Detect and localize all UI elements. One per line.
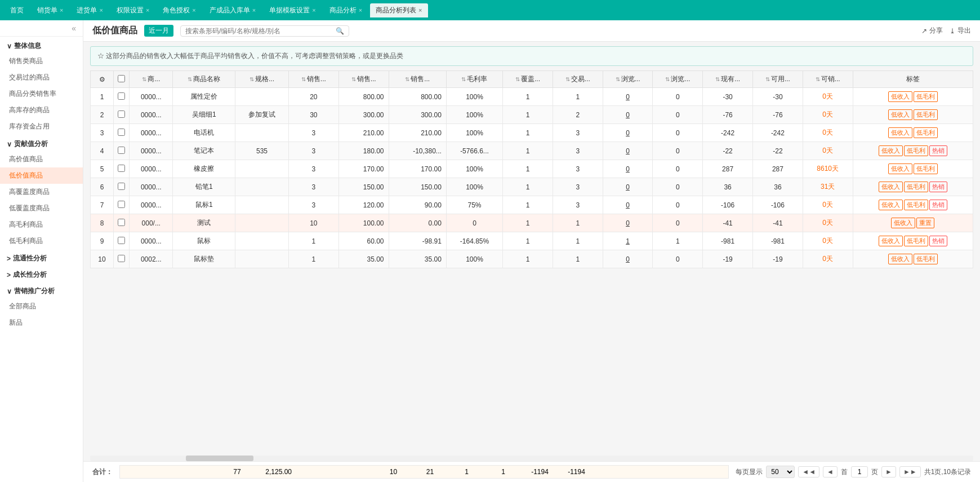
browse-link[interactable]: 1 (626, 237, 630, 245)
browse-link[interactable]: 0 (626, 255, 630, 263)
col-sellable-header[interactable]: ⇅可销... (803, 71, 853, 88)
sidebar-item-high-stock[interactable]: 高库存的商品 (0, 102, 83, 118)
close-icon[interactable]: × (60, 7, 63, 14)
product-browse[interactable]: 0 (603, 196, 653, 214)
export-button[interactable]: ⤓ 导出 (950, 26, 971, 36)
sidebar-item-category-sales[interactable]: 商品分类销售率 (0, 86, 83, 102)
sidebar-item-high-value[interactable]: 高价值商品 (0, 151, 83, 167)
product-browse[interactable]: 0 (603, 178, 653, 196)
row-checkbox-cell[interactable] (114, 178, 130, 196)
sidebar-group-liquidity[interactable]: > 流通性分析 (0, 249, 83, 266)
col-avg-sales-header[interactable]: ⇅销售... (389, 71, 446, 88)
sidebar-item-stock-fund[interactable]: 库存资金占用 (0, 118, 83, 135)
prev-page-button[interactable]: ◄ (823, 466, 838, 477)
row-checkbox[interactable] (118, 201, 125, 208)
product-browse[interactable]: 0 (603, 250, 653, 268)
nav-role-auth[interactable]: 角色授权 × (157, 3, 201, 17)
row-checkbox-cell[interactable] (114, 250, 130, 268)
select-all-checkbox[interactable] (118, 75, 125, 82)
row-checkbox[interactable] (118, 165, 125, 172)
close-icon[interactable]: × (99, 7, 103, 14)
filter-tag-recent-month[interactable]: 近一月 (144, 25, 173, 37)
row-checkbox[interactable] (118, 237, 125, 244)
sidebar-group-marketing[interactable]: ∨ 营销推广分析 (0, 282, 83, 298)
last-page-button[interactable]: ►► (899, 466, 921, 477)
sidebar-group-overall[interactable]: ∨ 整体信息 (0, 37, 83, 53)
sidebar-item-high-margin[interactable]: 高毛利商品 (0, 216, 83, 233)
sidebar-item-all-products[interactable]: 全部商品 (0, 298, 83, 315)
col-avail-header[interactable]: ⇅可用... (753, 71, 803, 88)
row-checkbox[interactable] (118, 219, 125, 226)
share-button[interactable]: ↗ 分享 (921, 26, 943, 36)
product-browse[interactable]: 0 (603, 214, 653, 232)
current-page-input[interactable] (851, 466, 868, 477)
nav-sales-order[interactable]: 销货单 × (32, 3, 69, 17)
row-checkbox-cell[interactable] (114, 124, 130, 142)
product-browse[interactable]: 0 (603, 88, 653, 106)
close-icon[interactable]: × (252, 7, 256, 14)
col-name-header[interactable]: ⇅商品名称 (173, 71, 235, 88)
row-checkbox-cell[interactable] (114, 196, 130, 214)
sidebar-item-high-coverage[interactable]: 高覆盖度商品 (0, 184, 83, 200)
col-browse1-header[interactable]: ⇅浏览... (603, 71, 653, 88)
sidebar-group-growth[interactable]: > 成长性分析 (0, 266, 83, 282)
nav-permissions[interactable]: 权限设置 × (111, 3, 155, 17)
nav-product-analysis-list[interactable]: 商品分析列表 × (370, 3, 427, 17)
row-checkbox-cell[interactable] (114, 214, 130, 232)
nav-home[interactable]: 首页 (5, 3, 29, 17)
col-spec-header[interactable]: ⇅规格... (235, 71, 289, 88)
product-browse[interactable]: 0 (603, 142, 653, 160)
settings-icon[interactable]: ⚙ (99, 76, 105, 83)
sidebar-item-low-coverage[interactable]: 低覆盖度商品 (0, 200, 83, 216)
col-code-header[interactable]: ⇅商... (130, 71, 173, 88)
row-checkbox-cell[interactable] (114, 142, 130, 160)
browse-link[interactable]: 0 (626, 165, 630, 173)
browse-link[interactable]: 0 (626, 111, 630, 119)
nav-product-inbound[interactable]: 产成品入库单 × (204, 3, 261, 17)
close-icon[interactable]: × (192, 7, 195, 14)
col-trade-header[interactable]: ⇅交易... (553, 71, 603, 88)
product-browse[interactable]: 1 (603, 232, 653, 250)
next-page-button[interactable]: ► (881, 466, 896, 477)
first-page-button[interactable]: ◄◄ (798, 466, 819, 477)
product-browse[interactable]: 0 (603, 106, 653, 124)
table-container[interactable]: ⚙ ⇅商... ⇅商品名称 ⇅规格... ⇅销售... ⇅销售... ⇅销售..… (90, 70, 973, 456)
col-checkbox[interactable] (114, 71, 130, 88)
scrollbar-thumb[interactable] (186, 456, 253, 461)
browse-link[interactable]: 0 (626, 129, 630, 137)
col-qty-header[interactable]: ⇅销售... (288, 71, 338, 88)
close-icon[interactable]: × (359, 7, 362, 14)
sidebar-item-new-products[interactable]: 新品 (0, 315, 83, 331)
row-checkbox[interactable] (118, 110, 125, 118)
col-settings[interactable]: ⚙ (91, 71, 114, 88)
row-checkbox[interactable] (118, 255, 125, 262)
search-icon[interactable]: 🔍 (336, 27, 344, 35)
product-browse[interactable]: 0 (603, 160, 653, 178)
row-checkbox[interactable] (118, 183, 125, 190)
close-icon[interactable]: × (312, 7, 315, 14)
search-input[interactable] (185, 27, 332, 35)
sidebar-item-traded-products[interactable]: 交易过的商品 (0, 69, 83, 86)
horizontal-scrollbar[interactable] (90, 456, 973, 461)
nav-product-analysis[interactable]: 商品分析 × (324, 3, 368, 17)
row-checkbox[interactable] (118, 92, 125, 100)
nav-template-settings[interactable]: 单据模板设置 × (264, 3, 321, 17)
row-checkbox-cell[interactable] (114, 106, 130, 124)
col-tags-header[interactable]: 标签 (853, 71, 973, 88)
col-sales-header[interactable]: ⇅销售... (338, 71, 389, 88)
row-checkbox-cell[interactable] (114, 232, 130, 250)
col-browse2-header[interactable]: ⇅浏览... (653, 71, 703, 88)
nav-purchase-order[interactable]: 进货单 × (71, 3, 108, 17)
browse-link[interactable]: 0 (626, 219, 630, 227)
browse-link[interactable]: 0 (626, 183, 630, 191)
sidebar-item-low-margin[interactable]: 低毛利商品 (0, 233, 83, 249)
row-checkbox[interactable] (118, 129, 125, 136)
row-checkbox-cell[interactable] (114, 88, 130, 106)
row-checkbox-cell[interactable] (114, 160, 130, 178)
browse-link[interactable]: 0 (626, 201, 630, 209)
sidebar-item-low-value[interactable]: 低价值商品 (0, 167, 83, 184)
col-gross-rate-header[interactable]: ⇅毛利率 (446, 71, 502, 88)
col-coverage-header[interactable]: ⇅覆盖... (503, 71, 553, 88)
per-page-select[interactable]: 50 100 200 (766, 466, 795, 478)
browse-link[interactable]: 0 (626, 93, 630, 101)
